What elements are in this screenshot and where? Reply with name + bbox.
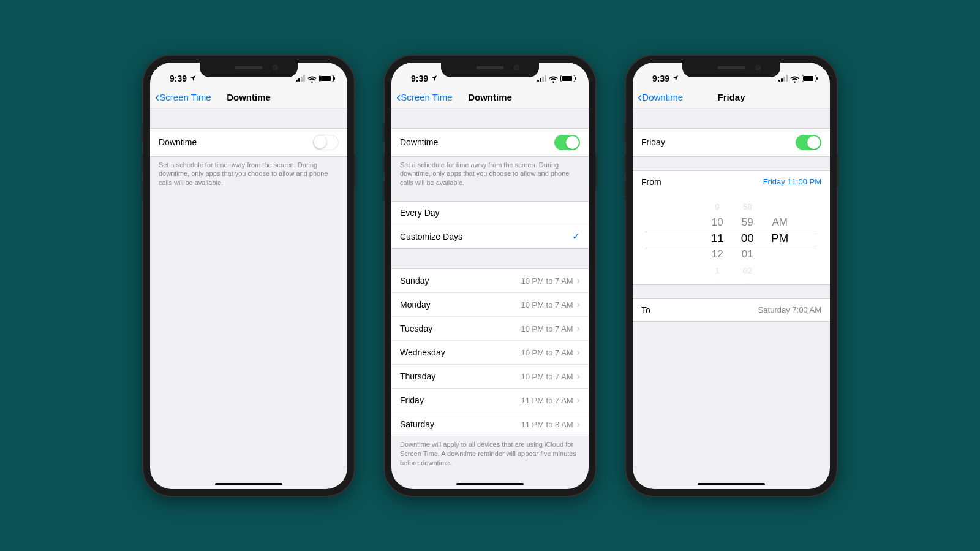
day-row-sunday[interactable]: Sunday10 PM to 7 AM› [391, 268, 589, 293]
icloud-footer-text: Downtime will apply to all devices that … [391, 436, 589, 468]
wifi-icon [549, 75, 558, 82]
picker-option[interactable]: 11 [711, 232, 724, 245]
chevron-right-icon: › [577, 299, 580, 310]
chevron-right-icon: › [577, 395, 580, 406]
to-label: To [641, 305, 650, 315]
chevron-right-icon: › [577, 275, 580, 286]
toggle-label: Downtime [159, 137, 197, 147]
day-row-tuesday[interactable]: Tuesday10 PM to 7 AM› [391, 317, 589, 341]
phone-frame-1: 9:39 ‹ Screen Time Downtime [143, 56, 354, 496]
day-row-thursday[interactable]: Thursday10 PM to 7 AM› [391, 365, 589, 389]
picker-option[interactable]: 57 [744, 193, 751, 198]
home-indicator[interactable] [456, 483, 524, 485]
downtime-toggle[interactable] [313, 135, 339, 150]
to-row[interactable]: To Saturday 7:00 AM [633, 298, 830, 322]
day-detail: 10 PM to 7 AM› [521, 371, 580, 382]
content-area: Downtime Set a schedule for time away fr… [391, 108, 589, 468]
picker-option[interactable]: 10 [712, 216, 723, 229]
phone-frame-2: 9:39 ‹ Screen Time Downtime [385, 56, 595, 496]
picker-option[interactable]: 03 [744, 279, 751, 285]
day-name: Friday [400, 395, 424, 405]
downtime-toggle[interactable] [554, 135, 580, 150]
back-label: Downtime [642, 92, 683, 102]
checkmark-icon: ✓ [572, 230, 580, 242]
downtime-footer-text: Set a schedule for time away from the sc… [391, 157, 589, 188]
status-time: 9:39 [170, 74, 187, 83]
picker-option[interactable]: 02 [743, 264, 752, 277]
day-name: Saturday [400, 419, 434, 429]
days-group: Sunday10 PM to 7 AM›Monday10 PM to 7 AM›… [391, 268, 589, 436]
status-time: 9:39 [652, 74, 669, 83]
picker-option[interactable]: 12 [712, 248, 723, 261]
day-name: Sunday [400, 276, 429, 286]
back-button[interactable]: ‹ Screen Time [155, 91, 211, 104]
notch [200, 63, 298, 77]
battery-icon [802, 75, 816, 82]
day-name: Wednesday [400, 348, 445, 357]
back-button[interactable]: ‹ Downtime [638, 91, 683, 104]
picker-option[interactable]: 01 [742, 248, 753, 261]
customize-days-row[interactable]: Customize Days ✓ [391, 224, 589, 249]
cell-signal-icon [778, 75, 788, 82]
back-button[interactable]: ‹ Screen Time [396, 91, 453, 104]
day-toggle[interactable] [796, 135, 821, 150]
day-row-friday[interactable]: Friday11 PM to 7 AM› [391, 389, 589, 412]
downtime-toggle-row: Downtime [391, 128, 589, 157]
every-day-row[interactable]: Every Day [391, 201, 589, 224]
downtime-toggle-row: Downtime [150, 128, 347, 157]
day-detail: 10 PM to 7 AM› [521, 323, 580, 334]
picker-option[interactable]: PM [771, 232, 789, 245]
wifi-icon [307, 75, 317, 82]
day-row-monday[interactable]: Monday10 PM to 7 AM› [391, 293, 589, 317]
picker-minutes-column[interactable]: 57585900010203 [741, 193, 754, 285]
day-detail: 10 PM to 7 AM› [521, 347, 580, 358]
picker-option[interactable]: AM [772, 216, 788, 229]
day-row-wednesday[interactable]: Wednesday10 PM to 7 AM› [391, 341, 589, 365]
chevron-left-icon: ‹ [396, 91, 401, 104]
picker-hours-column[interactable]: 8910111212 [711, 193, 724, 285]
chevron-left-icon: ‹ [638, 91, 642, 104]
back-label: Screen Time [401, 92, 452, 102]
nav-bar: ‹ Downtime Friday [633, 87, 830, 108]
day-row-saturday[interactable]: Saturday11 PM to 8 AM› [391, 412, 589, 436]
picker-option[interactable]: 1 [715, 264, 720, 277]
picker-option[interactable]: 9 [715, 200, 720, 213]
home-indicator[interactable] [698, 483, 765, 485]
notch [441, 63, 539, 77]
battery-icon [560, 75, 575, 82]
picker-option[interactable]: 58 [743, 200, 752, 213]
battery-icon [319, 75, 334, 82]
picker-ampm-column[interactable]: AMPM [771, 193, 789, 285]
status-time: 9:39 [411, 74, 428, 83]
nav-bar: ‹ Screen Time Downtime [150, 87, 347, 108]
wifi-icon [790, 75, 799, 82]
picker-option[interactable]: 8 [715, 193, 719, 198]
home-indicator[interactable] [215, 483, 282, 485]
day-detail: 10 PM to 7 AM› [521, 299, 580, 310]
chevron-right-icon: › [577, 371, 580, 382]
location-icon [189, 74, 196, 83]
chevron-left-icon: ‹ [155, 91, 159, 104]
day-name: Monday [400, 300, 431, 310]
from-row[interactable]: From Friday 11:00 PM [633, 170, 830, 193]
picker-option[interactable]: 59 [742, 216, 753, 229]
every-day-label: Every Day [400, 208, 440, 218]
back-label: Screen Time [159, 92, 211, 102]
toggle-label: Downtime [400, 137, 438, 147]
location-icon [672, 74, 679, 83]
to-value: Saturday 7:00 AM [758, 305, 821, 314]
picker-option[interactable]: 00 [741, 232, 754, 245]
content-area: Downtime Set a schedule for time away fr… [150, 108, 347, 188]
schedule-mode-group: Every Day Customize Days ✓ [391, 201, 589, 249]
picker-option[interactable]: 2 [715, 279, 719, 285]
customize-days-label: Customize Days [400, 232, 462, 241]
day-detail: 10 PM to 7 AM› [521, 275, 580, 286]
phone-frame-3: 9:39 ‹ Downtime Friday Fr [626, 56, 837, 496]
location-icon [431, 74, 437, 83]
cell-signal-icon [296, 75, 305, 82]
phone-screen-1: 9:39 ‹ Screen Time Downtime [150, 63, 347, 489]
day-detail: 11 PM to 8 AM› [521, 419, 580, 430]
chevron-right-icon: › [577, 347, 580, 358]
time-picker[interactable]: 8910111212 57585900010203 AMPM [633, 193, 830, 285]
chevron-right-icon: › [577, 323, 580, 334]
